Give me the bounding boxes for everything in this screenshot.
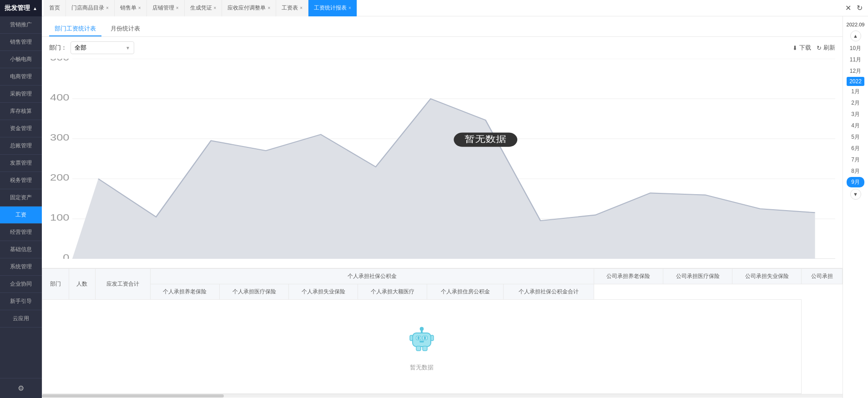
svg-point-22: [420, 327, 424, 331]
tab-label-payroll: 工资表: [282, 4, 298, 12]
sidebar-item-assets[interactable]: 固定资产: [0, 189, 42, 207]
sidebar-item-info[interactable]: 基础信息: [0, 241, 42, 258]
sidebar-item-inventory[interactable]: 库存核算: [0, 103, 42, 120]
tab-close-voucher[interactable]: ×: [214, 5, 217, 10]
timeline-up-button[interactable]: ▲: [850, 30, 861, 41]
tab-receivable[interactable]: 应收应付调整单×: [222, 0, 276, 16]
timeline-entry-2022-12[interactable]: 12月: [847, 65, 864, 77]
timeline-entry-2023-07[interactable]: 7月: [847, 154, 864, 166]
sidebar-header[interactable]: 批发管理 ▲: [0, 0, 42, 16]
sidebar-item-invoice[interactable]: 发票管理: [0, 155, 42, 172]
sidebar-item-sales[interactable]: 销售管理: [0, 34, 42, 51]
timeline-entry-2023-01[interactable]: 1月: [847, 86, 864, 97]
sidebar-item-tax[interactable]: 税务管理: [0, 172, 42, 189]
refresh-tab-button[interactable]: ↻: [855, 3, 864, 13]
timeline-current-date: 2022.09: [846, 20, 866, 29]
bottom-scrollbar[interactable]: [42, 394, 843, 398]
svg-text:200: 200: [50, 172, 69, 182]
tab-payroll[interactable]: 工资表×: [276, 0, 308, 16]
svg-point-19: [424, 337, 426, 339]
sidebar-item-purchase[interactable]: 采购管理: [0, 86, 42, 103]
col-personal-total: 个人承担社保公积金合计: [503, 284, 594, 300]
tab-sales[interactable]: 销售单×: [115, 0, 147, 16]
close-all-button[interactable]: ✕: [843, 3, 853, 13]
sidebar-item-operations[interactable]: 经营管理: [0, 224, 42, 241]
chart-svg: 0 100 200 300 400 500 暂无: [49, 59, 835, 259]
tab-product[interactable]: 门店商品目录×: [66, 0, 115, 16]
tab-home[interactable]: 首页: [44, 0, 66, 16]
tab-close-product[interactable]: ×: [106, 5, 109, 10]
svg-rect-24: [431, 335, 434, 341]
sidebar-item-finance[interactable]: 资金管理: [0, 120, 42, 137]
dept-select[interactable]: 全部 ▼: [71, 41, 134, 54]
timeline-entry-2022[interactable]: 2022: [847, 77, 864, 86]
timeline-entry-2022-11[interactable]: 11月: [847, 54, 864, 65]
refresh-button[interactable]: ↻ 刷新: [817, 44, 835, 52]
svg-text:400: 400: [50, 92, 69, 102]
tab-voucher[interactable]: 生成凭证×: [185, 0, 222, 16]
tab-month[interactable]: 月份统计表: [105, 22, 146, 36]
data-table: 部门 人数 应发工资合计 个人承担社保公积金 公司承担养老保险 公司承担医疗保险…: [42, 268, 843, 394]
sidebar-item-newguide[interactable]: 新手引导: [0, 293, 42, 310]
tab-close-receivable[interactable]: ×: [267, 5, 270, 10]
chart-container: 0 100 200 300 400 500 暂无: [49, 59, 835, 259]
sidebar-item-enterprise[interactable]: 企业协同: [0, 276, 42, 293]
tab-close-payroll[interactable]: ×: [300, 5, 303, 10]
timeline-entry-2023-06[interactable]: 6月: [847, 143, 864, 154]
sidebar-item-system[interactable]: 系统管理: [0, 258, 42, 276]
scrollbar-thumb[interactable]: [42, 394, 224, 398]
sidebar-footer[interactable]: ⚙: [0, 378, 42, 398]
tab-bar: 首页门店商品目录×销售单×店铺管理×生成凭证×应收应付调整单×工资表×工资统计报…: [42, 0, 868, 16]
svg-rect-20: [419, 341, 424, 343]
timeline-entry-2023-08[interactable]: 8月: [847, 166, 864, 177]
empty-robot-icon: [404, 322, 440, 358]
timeline-entry-2023-03[interactable]: 3月: [847, 109, 864, 120]
download-icon: ⬇: [792, 45, 797, 51]
tab-close-store[interactable]: ×: [176, 5, 179, 10]
chart-area: 0 100 200 300 400 500 暂无: [42, 59, 843, 268]
col-personal-medical: 个人承担医疗保险: [220, 284, 289, 300]
timeline-entry-2023-05[interactable]: 5月: [847, 131, 864, 143]
svg-rect-15: [413, 333, 431, 347]
col-personal-unemployment: 个人承担失业保险: [289, 284, 358, 300]
col-company-other: 公司承担: [802, 269, 843, 284]
tab-close-sales[interactable]: ×: [138, 5, 141, 10]
empty-state-row: 暂无数据: [42, 300, 802, 394]
svg-text:暂无数据: 暂无数据: [464, 134, 506, 144]
download-label: 下载: [799, 44, 811, 52]
tab-dept[interactable]: 部门工资统计表: [49, 22, 101, 36]
tab-label-payroll-report: 工资统计报表: [314, 4, 347, 12]
svg-rect-23: [410, 335, 413, 341]
sidebar-item-salary[interactable]: 工资: [0, 207, 42, 224]
tab-payroll-report[interactable]: 工资统计报表×: [308, 0, 357, 16]
svg-point-18: [417, 337, 420, 339]
sidebar-item-ledger[interactable]: 总账管理: [0, 137, 42, 155]
timeline-down-button[interactable]: ▼: [850, 189, 861, 200]
timeline-entry-2023-04[interactable]: 4月: [847, 120, 864, 131]
sidebar-item-ecommerce-small[interactable]: 小畅电商: [0, 51, 42, 68]
empty-text: 暂无数据: [410, 363, 434, 372]
tab-close-payroll-report[interactable]: ×: [348, 5, 351, 10]
svg-text:300: 300: [50, 132, 69, 142]
timeline-entry-2023-02[interactable]: 2月: [847, 97, 864, 109]
download-button[interactable]: ⬇ 下载: [792, 44, 811, 52]
refresh-icon: ↻: [817, 45, 822, 51]
col-company-pension: 公司承担养老保险: [594, 269, 663, 284]
svg-text:500: 500: [50, 59, 69, 63]
timeline-entry-2022-10[interactable]: 10月: [847, 43, 864, 54]
sidebar-item-cloud[interactable]: 云应用: [0, 310, 42, 327]
tab-label-voucher: 生成凭证: [190, 4, 212, 12]
timeline-entry-2023-09[interactable]: 9月: [847, 177, 864, 187]
refresh-label: 刷新: [823, 44, 835, 52]
svg-text:0: 0: [63, 252, 69, 259]
col-personal-pension: 个人承担养老保险: [150, 284, 219, 300]
tab-label-product: 门店商品目录: [71, 4, 104, 12]
tab-label-store: 店铺管理: [152, 4, 174, 12]
sub-tabs: 部门工资统计表 月份统计表: [42, 22, 843, 37]
svg-rect-26: [423, 346, 427, 351]
sidebar-header-arrow: ▲: [33, 6, 37, 11]
col-personal-housing: 个人承担住房公积金: [427, 284, 504, 300]
sidebar-item-marketing[interactable]: 营销推广: [0, 16, 42, 34]
sidebar-item-ecommerce[interactable]: 电商管理: [0, 68, 42, 86]
tab-store[interactable]: 店铺管理×: [147, 0, 185, 16]
